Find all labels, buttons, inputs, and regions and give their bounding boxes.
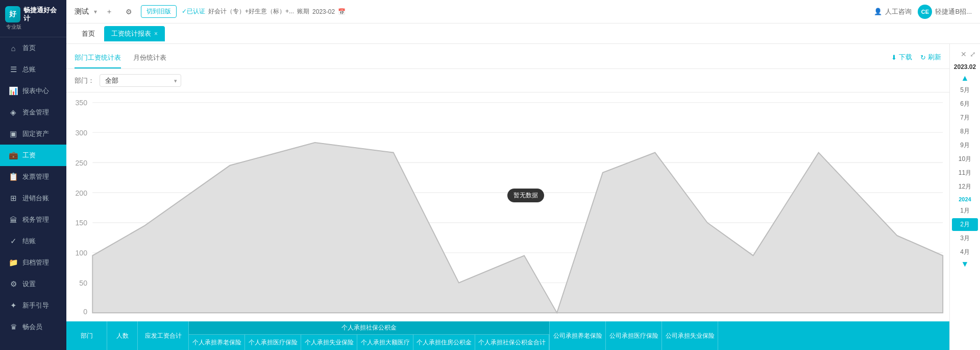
sidebar-item-sales-label: 进销台账: [22, 194, 49, 203]
th-personal-medical: 个人承担医疗保险: [245, 335, 301, 350]
topbar-status: ✓已认证 好会计（专）+好生意（标）+... 账期 2023-02 📅: [182, 7, 346, 16]
month-list: 5月 6月 7月 8月 9月 10月 11月 12月 2024 1月 2月 3月…: [950, 84, 980, 259]
topbar-title: 测试: [75, 7, 89, 16]
sidebar-item-guide-label: 新手引导: [22, 301, 49, 310]
logo-icon: 好: [5, 6, 20, 22]
month-next-arrow[interactable]: ▼: [960, 259, 970, 270]
topbar-dropdown-arrow[interactable]: ▾: [94, 8, 97, 15]
month-2024-3[interactable]: 3月: [952, 232, 978, 245]
sidebar-item-home[interactable]: ⌂ 首页: [0, 37, 66, 59]
user-name: 轻捷通B招...: [935, 7, 972, 16]
svg-text:300: 300: [75, 128, 87, 137]
sidebar-item-reports-label: 报表中心: [22, 86, 49, 96]
filter-bar: 部门： 全部 销售部 财务部 行政部 技术部 ▾: [66, 69, 949, 92]
month-2024-2[interactable]: 2月: [952, 218, 978, 231]
sidebar-item-archive-label: 归档管理: [22, 258, 49, 267]
sidebar-item-archive[interactable]: 📁 归档管理: [0, 252, 66, 273]
th-company-medical: 公司承担医疗保险: [606, 321, 662, 350]
switch-version-btn[interactable]: 切到旧版: [141, 5, 177, 18]
user-menu[interactable]: CE 轻捷通B招...: [918, 5, 972, 19]
download-icon: ⬇: [891, 54, 897, 61]
month-11[interactable]: 11月: [952, 167, 978, 179]
year-2024-label: 2024: [959, 196, 971, 202]
members-icon: ♛: [8, 322, 18, 332]
sidebar-item-salary-label: 工资: [22, 151, 36, 160]
th-company-pension: 公司承担养老保险: [550, 321, 606, 350]
month-9[interactable]: 9月: [952, 139, 978, 152]
month-2024-4[interactable]: 4月: [952, 246, 978, 259]
logo-area: 好 畅捷通好会计 专业版: [0, 0, 66, 37]
tab-salary-report[interactable]: 工资统计报表 ×: [104, 26, 165, 41]
svg-text:350: 350: [75, 99, 87, 107]
refresh-btn[interactable]: ↻ 刷新: [920, 53, 941, 62]
assets-icon: ▣: [8, 129, 18, 138]
sidebar-nav: ⌂ 首页 ☰ 总账 📊 报表中心 ◈ 资金管理 ▣ 固定资产 💼 工资 📋 发票…: [0, 37, 66, 350]
sidebar: 好 畅捷通好会计 专业版 ⌂ 首页 ☰ 总账 📊 报表中心 ◈ 资金管理 ▣ 固…: [0, 0, 66, 350]
expand-panel-btn[interactable]: ⤢: [970, 50, 976, 58]
invoice-icon: 📋: [8, 172, 18, 181]
sidebar-item-sales[interactable]: ⊞ 进销台账: [0, 188, 66, 209]
sales-icon: ⊞: [8, 194, 18, 203]
month-6[interactable]: 6月: [952, 98, 978, 110]
month-8[interactable]: 8月: [952, 125, 978, 138]
topbar: 测试 ▾ ＋ ⚙ 切到旧版 ✓已认证 好会计（专）+好生意（标）+... 账期 …: [66, 0, 980, 24]
sidebar-item-members[interactable]: ♛ 畅会员: [0, 316, 66, 338]
month-2024-1[interactable]: 1月: [952, 204, 978, 217]
table-header: 部门 人数 应发工资合计 个人承担社保公积金 个人承担养老保险 个人承担医疗保险…: [66, 321, 949, 350]
svg-text:150: 150: [75, 219, 87, 227]
tab-home-label: 首页: [82, 29, 95, 38]
refresh-icon: ↻: [920, 54, 926, 61]
month-prev-arrow[interactable]: ▲: [960, 73, 970, 84]
ai-consult-btn[interactable]: 👤 人工咨询: [874, 7, 912, 16]
th-personal-housing: 个人承担住房公积金: [413, 335, 475, 350]
tabbar: 首页 工资统计报表 ×: [66, 24, 980, 44]
topbar-right: 👤 人工咨询 CE 轻捷通B招...: [874, 5, 972, 19]
subtab-dept[interactable]: 部门工资统计表: [75, 50, 121, 68]
sidebar-item-assets[interactable]: ▣ 固定资产: [0, 123, 66, 145]
current-year-label: 2023.02: [954, 63, 976, 71]
sidebar-item-salary[interactable]: 💼 工资: [0, 145, 66, 166]
download-btn[interactable]: ⬇ 下载: [891, 53, 912, 62]
app-edition: 专业版: [5, 24, 61, 31]
tab-home[interactable]: 首页: [75, 26, 102, 41]
month-7[interactable]: 7月: [952, 111, 978, 124]
svg-text:50: 50: [79, 278, 87, 287]
sidebar-item-tax-label: 税务管理: [22, 215, 49, 224]
sidebar-item-invoice[interactable]: 📋 发票管理: [0, 166, 66, 188]
close-panel-btn[interactable]: ✕: [961, 50, 967, 58]
calendar-icon[interactable]: 📅: [338, 8, 346, 15]
main-area: 测试 ▾ ＋ ⚙ 切到旧版 ✓已认证 好会计（专）+好生意（标）+... 账期 …: [66, 0, 980, 350]
month-10[interactable]: 10月: [952, 153, 978, 166]
th-personal-unemployment: 个人承担失业保险: [301, 335, 357, 350]
period-value: 2023-02: [312, 8, 335, 15]
subtab-actions: ⬇ 下载 ↻ 刷新: [891, 50, 941, 68]
sidebar-item-tax[interactable]: 🏛 税务管理: [0, 209, 66, 230]
sidebar-item-funds[interactable]: ◈ 资金管理: [0, 102, 66, 123]
svg-text:100: 100: [75, 249, 87, 258]
svg-marker-16: [92, 143, 943, 313]
certified-status: ✓已认证: [182, 7, 205, 16]
tab-close-icon[interactable]: ×: [154, 30, 158, 37]
user-avatar: CE: [918, 5, 932, 19]
chart-area: 350 300 250 200 150 100 50 0: [66, 92, 949, 321]
topbar-settings-btn[interactable]: ⚙: [121, 5, 136, 19]
subtab-month[interactable]: 月份统计表: [133, 50, 166, 68]
tags-status: 好会计（专）+好生意（标）+...: [208, 7, 294, 16]
sidebar-item-assets-label: 固定资产: [22, 129, 49, 138]
sidebar-item-closing[interactable]: ✓ 结账: [0, 230, 66, 252]
topbar-add-btn[interactable]: ＋: [102, 5, 116, 19]
tax-icon: 🏛: [8, 216, 18, 224]
dept-select[interactable]: 全部 销售部 财务部 行政部 技术部: [100, 74, 181, 87]
th-personal-total: 个人承担社保公积金合计: [475, 335, 549, 350]
sidebar-item-ledger[interactable]: ☰ 总账: [0, 59, 66, 80]
month-12[interactable]: 12月: [952, 180, 978, 193]
sidebar-item-reports[interactable]: 📊 报表中心: [0, 80, 66, 102]
month-5[interactable]: 5月: [952, 84, 978, 97]
period-label: 账期: [297, 7, 309, 16]
sidebar-item-guide[interactable]: ✦ 新手引导: [0, 295, 66, 316]
settings-icon: ⚙: [8, 279, 18, 289]
sidebar-item-settings[interactable]: ⚙ 设置: [0, 273, 66, 295]
svg-text:200: 200: [75, 189, 87, 197]
dept-select-wrapper: 全部 销售部 财务部 行政部 技术部 ▾: [100, 74, 181, 87]
th-social-group: 个人承担社保公积金: [189, 321, 549, 335]
